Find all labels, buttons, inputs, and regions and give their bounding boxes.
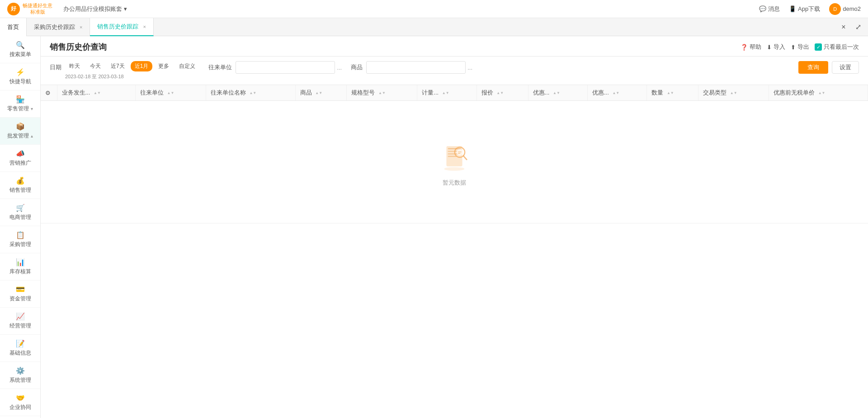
export-button[interactable]: ⬆ 导出 [791,43,809,51]
tab-purchase-history-label: 采购历史价跟踪 [34,23,75,31]
tab-home[interactable]: 首页 [0,18,27,36]
tab-sales-history-label: 销售历史价跟踪 [97,23,138,31]
sort-icon-biz-date: ▲▼ [94,91,101,95]
product-input-group: ... [366,61,472,74]
chevron-down-icon: ▾ [124,5,127,12]
tab-purchase-history[interactable]: 采购历史价跟踪 × [27,18,90,36]
col-discount2[interactable]: 优惠... ▲▼ [587,85,646,101]
date-btn-more[interactable]: 更多 [154,61,173,71]
sidebar-item-wholesale-mgmt[interactable]: 📦 批发管理 ▴ [0,118,40,145]
col-unit[interactable]: 计量... ▲▼ [417,85,476,101]
sidebar-label-wholesale-mgmt: 批发管理 [7,132,29,140]
sidebar-label-quick-nav: 快捷导航 [9,78,31,86]
only-last-checkbox[interactable]: ✓ [815,43,822,51]
app-download-button[interactable]: 📱 App下载 [789,5,820,13]
date-btn-today[interactable]: 今天 [86,61,105,71]
app-download-label: App下载 [798,5,820,13]
download-icon: 📱 [789,5,796,12]
sales-icon: 💰 [16,176,25,185]
col-pretax-price[interactable]: 优惠前无税单价 ▲▼ [769,85,868,101]
sidebar-item-quick-nav[interactable]: ⚡ 快捷导航 [0,63,40,90]
col-discount1[interactable]: 优惠... ▲▼ [528,85,587,101]
sidebar-label-ecommerce-mgmt: 电商管理 [9,214,31,221]
sidebar-item-finance-mgmt[interactable]: 💳 资金管理 [0,280,40,308]
close-window-button[interactable]: × [837,21,850,33]
date-btn-custom[interactable]: 自定义 [175,61,199,71]
sidebar: 🔍 搜索菜单 ⚡ 快捷导航 🏪 零售管理 ▾ 📦 批发管理 ▴ 📣 营销推广 [0,36,41,418]
sidebar-item-enterprise-collab[interactable]: 🤝 企业协同 [0,389,40,416]
col-spec-label: 规格型号 [351,89,375,96]
tab-sales-history-close[interactable]: × [143,24,146,29]
query-button[interactable]: 查询 [798,61,828,74]
user-area[interactable]: D demo2 [829,3,861,15]
date-btn-last1month[interactable]: 近1月 [131,61,153,71]
sidebar-item-retail-mgmt[interactable]: 🏪 零售管理 ▾ [0,90,40,118]
query-label: 查询 [807,63,819,71]
counterpart-more-button[interactable]: ... [337,64,342,71]
col-pretax-price-label: 优惠前无税单价 [774,89,815,96]
import-button[interactable]: ⬇ 导入 [767,43,785,51]
date-range-display: 2023-02-18 至 2023-03-18 [65,73,199,80]
import-icon: ⬇ [767,44,772,51]
purchase-icon: 📋 [16,231,25,239]
date-filter-label: 日期 [50,61,61,74]
col-quantity[interactable]: 数量 ▲▼ [647,85,698,101]
col-product[interactable]: 商品 ▲▼ [295,85,347,101]
settings-button[interactable]: 设置 [832,61,859,74]
product-input[interactable] [366,61,466,74]
sidebar-item-inventory[interactable]: 📊 库存核算 [0,253,40,280]
col-discount2-label: 优惠... [592,89,609,96]
sidebar-item-ecommerce-mgmt[interactable]: 🛒 电商管理 [0,199,40,226]
sidebar-item-ops-mgmt[interactable]: 📈 经营管理 [0,308,40,335]
wholesale-icon: 📦 [16,122,25,131]
table-body: 暂元数据 [41,101,868,223]
col-counterpart-name[interactable]: 往来单位名称 ▲▼ [206,85,295,101]
col-quote[interactable]: 报价 ▲▼ [476,85,528,101]
sort-icon-quantity: ▲▼ [667,91,674,95]
sidebar-item-sales-mgmt[interactable]: 💰 销售管理 [0,172,40,199]
ecommerce-icon: 🛒 [16,204,25,212]
data-table: ⚙ 业务发生... ▲▼ 往来单位 ▲▼ 往来单位名称 ▲▼ [41,85,868,223]
page-actions: ❓ 帮助 ⬇ 导入 ⬆ 导出 ✓ 只看最后一次 [741,43,859,51]
message-button[interactable]: 💬 消息 [759,5,780,13]
page-title: 销售历史价查询 [50,42,107,52]
sidebar-item-basic-info[interactable]: 📝 基础信息 [0,335,40,362]
only-last-toggle[interactable]: ✓ 只看最后一次 [815,43,859,51]
date-btn-yesterday[interactable]: 昨天 [65,61,84,71]
message-label: 消息 [768,5,780,13]
col-trade-type[interactable]: 交易类型 ▲▼ [698,85,769,101]
sidebar-label-finance-mgmt: 资金管理 [9,295,31,303]
sidebar-section-retail: 零售管理 ▾ [7,105,33,113]
sidebar-item-purchase-mgmt[interactable]: 📋 采购管理 [0,226,40,253]
sidebar-item-search-menu[interactable]: 🔍 搜索菜单 [0,36,40,63]
col-counterpart-code[interactable]: 往来单位 ▲▼ [135,85,206,101]
tab-sales-history[interactable]: 销售历史价跟踪 × [90,18,153,36]
counterpart-filter-label: 往来单位 [208,61,232,74]
product-filter-group: 商品 ... [351,61,472,74]
sort-icon-discount2: ▲▼ [612,91,619,95]
help-icon: ❓ [741,44,748,51]
sort-icon-spec: ▲▼ [378,91,386,95]
system-icon: ⚙️ [16,366,25,375]
export-label: 导出 [797,43,809,51]
sidebar-item-marketing[interactable]: 📣 营销推广 [0,145,40,172]
empty-text: 暂元数据 [443,179,466,187]
table-container[interactable]: ⚙ 业务发生... ▲▼ 往来单位 ▲▼ 往来单位名称 ▲▼ [41,85,868,418]
svg-point-0 [444,167,464,171]
svg-rect-3 [448,151,458,152]
svg-rect-9 [458,152,462,152]
gear-icon[interactable]: ⚙ [45,90,51,96]
col-biz-date[interactable]: 业务发生... ▲▼ [57,85,135,101]
tab-purchase-history-close[interactable]: × [80,24,82,30]
sidebar-item-system-mgmt[interactable]: ⚙️ 系统管理 [0,362,40,389]
app-selector[interactable]: 办公用品行业模拟账套 ▾ [63,5,127,13]
date-btn-last7[interactable]: 近7天 [107,61,129,71]
col-spec[interactable]: 规格型号 ▲▼ [347,85,417,101]
product-more-button[interactable]: ... [467,64,472,71]
maximize-window-button[interactable]: ⤢ [852,21,864,33]
sidebar-item-newbie-guide[interactable]: 🎯 新手引导 [0,416,40,418]
help-button[interactable]: ❓ 帮助 [741,43,761,51]
counterpart-input[interactable] [236,61,335,74]
chevron-up-icon: ▴ [31,133,33,138]
help-label: 帮助 [750,43,761,51]
